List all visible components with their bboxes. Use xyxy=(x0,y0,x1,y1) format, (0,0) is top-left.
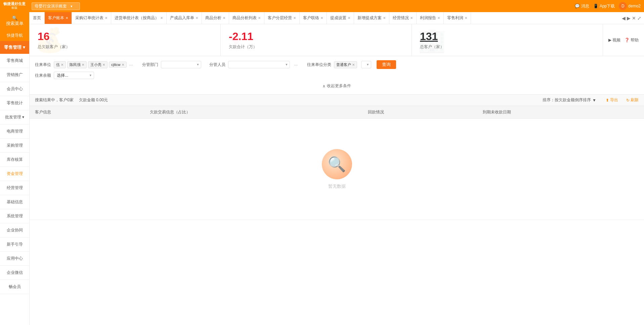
filter-tag-chen[interactable]: 陈民强 ✕ xyxy=(67,61,87,68)
message-button[interactable]: 💬 消息 xyxy=(575,3,589,9)
refresh-icon: ↻ xyxy=(626,98,630,103)
tab-close-icon[interactable]: ✕ xyxy=(66,16,68,20)
filter-tag-wu[interactable]: 伍 ✕ xyxy=(54,61,66,68)
sidebar-item-retail-stats[interactable]: 零售统计 xyxy=(0,96,29,110)
tab-customer-tier[interactable]: 客户分层经营 ✕ xyxy=(264,12,300,24)
tab-expand-icon[interactable]: ⤢ xyxy=(637,15,641,21)
sidebar-item-enterprise-collab[interactable]: 企业协同 xyxy=(0,223,29,238)
tab-customer-contact[interactable]: 客户联络 ✕ xyxy=(300,12,327,24)
sidebar-item-new-guide[interactable]: 新手引导 xyxy=(0,238,29,252)
tab-bar: 首页 客户账本 ✕ 采购订单统计表 ✕ 进货单统计表（按商品） ✕ 产成品入库单… xyxy=(30,12,644,24)
sidebar-item-basic-info[interactable]: 基础信息 xyxy=(0,195,29,209)
refresh-button[interactable]: ↻ 刷新 xyxy=(626,97,639,103)
quick-nav[interactable]: 快捷导航 xyxy=(0,30,29,41)
sidebar-item-ecommerce[interactable]: 电商管理 xyxy=(0,124,29,139)
balance-select[interactable]: 选择... xyxy=(54,72,94,79)
sidebar-item-finance[interactable]: 资金管理 xyxy=(0,167,29,181)
query-button[interactable]: 查询 xyxy=(377,60,396,69)
sidebar-item-inventory[interactable]: 库存核算 xyxy=(0,153,29,167)
tab-retail-profit[interactable]: 零售利润 ✕ xyxy=(444,12,471,24)
tab-close-icon[interactable]: ✕ xyxy=(105,16,108,20)
sidebar-item-retail-mall[interactable]: 零售商城 xyxy=(0,54,29,68)
tab-product-analysis[interactable]: 商品分析 ✕ xyxy=(202,12,229,24)
remove-tag-wu[interactable]: ✕ xyxy=(61,63,63,67)
account-dropdown[interactable]: 母婴行业演示账套 ▼ xyxy=(32,2,80,10)
tab-close-icon[interactable]: ✕ xyxy=(465,16,467,20)
dropdown-chevron-icon: ▼ xyxy=(70,5,73,8)
remove-tag-cjttcw[interactable]: ✕ xyxy=(122,63,124,67)
remove-tag-wang[interactable]: ✕ xyxy=(102,63,105,67)
remove-tag-chen[interactable]: ✕ xyxy=(82,63,84,67)
tab-close-icon[interactable]: ✕ xyxy=(293,16,296,20)
tab-close-icon[interactable]: ✕ xyxy=(383,16,386,20)
export-button[interactable]: ⬆ 导出 xyxy=(606,97,618,103)
sidebar-item-operations[interactable]: 经营管理 xyxy=(0,181,29,195)
tab-close-icon[interactable]: ✕ xyxy=(410,16,413,20)
tab-close-icon[interactable]: ✕ xyxy=(196,16,198,20)
tab-close-icon[interactable]: ✕ xyxy=(223,16,225,20)
sidebar-item-retail-management[interactable]: 零售管理 ▾ xyxy=(0,41,29,54)
filter-area: 往来单位 伍 ✕ 陈民强 ✕ xyxy=(30,56,644,95)
empty-state: 🔍 暂无数据 xyxy=(35,122,639,216)
stats-bar: 💰 16 总欠款客户（家） ✦ -2.11 欠款合计（万） 🏢 131 xyxy=(30,24,644,56)
user-menu[interactable]: D demo2 xyxy=(619,2,641,10)
tab-add-commission[interactable]: 新增提成方案 ✕ xyxy=(354,12,389,24)
balance-filter-label: 往来余额 xyxy=(35,73,51,78)
sidebar-item-enterprise-wechat[interactable]: 企业微信 xyxy=(0,266,29,280)
video-button[interactable]: ▶ 视频 xyxy=(608,37,620,43)
category-tags: 普通客户 ✕ xyxy=(334,61,357,68)
tab-next-icon[interactable]: ▶ xyxy=(627,15,631,21)
app-wrapper: 畅捷通好生意 标版 母婴行业演示账套 ▼ 💬 消息 📱 App下载 D demo… xyxy=(0,0,644,325)
logo-sub: 标版 xyxy=(11,6,17,10)
collapse-button[interactable]: ∧ 收起更多条件 xyxy=(35,82,639,90)
person-input[interactable] xyxy=(228,61,290,68)
filter-tag-cjttcw[interactable]: cjttcw ✕ xyxy=(109,62,127,68)
sidebar-item-purchase[interactable]: 采购管理 xyxy=(0,139,29,153)
chevron-icon: ▾ xyxy=(23,45,25,50)
main-content: 💰 16 总欠款客户（家） ✦ -2.11 欠款合计（万） 🏢 131 xyxy=(30,24,644,325)
person-more-button[interactable]: ··· xyxy=(293,62,299,67)
tab-profit-report[interactable]: 利润报告 ✕ xyxy=(417,12,444,24)
search-icon: 🔍 xyxy=(0,15,29,21)
tab-inbound-stats[interactable]: 进货单统计表（按商品） ✕ xyxy=(111,12,167,24)
filter-tag-category[interactable]: 普通客户 ✕ xyxy=(334,61,357,68)
result-summary: 搜索结果中，客户0家 xyxy=(35,97,74,103)
filter-tag-wang[interactable]: 王小亮 ✕ xyxy=(88,61,108,68)
tab-operations[interactable]: 经营情况 ✕ xyxy=(389,12,417,24)
tab-close-icon[interactable]: ✕ xyxy=(258,16,261,20)
department-select[interactable] xyxy=(161,61,201,68)
sort-button[interactable]: 排序：按欠款金额倒序排序 ▼ xyxy=(543,97,596,103)
tab-close-icon[interactable]: ✕ xyxy=(160,16,163,20)
tab-close-icon[interactable]: ✕ xyxy=(348,16,350,20)
sidebar-item-members[interactable]: 会员中心 xyxy=(0,82,29,96)
tab-commission-settings[interactable]: 提成设置 ✕ xyxy=(327,12,354,24)
tab-purchase-stats[interactable]: 采购订单统计表 ✕ xyxy=(72,12,111,24)
tab-close-icon[interactable]: ✕ xyxy=(320,16,323,20)
help-button[interactable]: ❓ 帮助 xyxy=(625,37,639,43)
filter-tags: 伍 ✕ 陈民强 ✕ 王小亮 ✕ xyxy=(54,61,134,68)
category-select-wrapper xyxy=(361,61,371,68)
unit-filter-label: 往来单位 xyxy=(35,62,51,68)
tab-prev-icon[interactable]: ◀ xyxy=(622,15,626,21)
sidebar-item-wholesale[interactable]: 批发管理 ▾ xyxy=(0,110,29,124)
sidebar-item-app-center[interactable]: 应用中心 xyxy=(0,252,29,266)
sidebar-item-system[interactable]: 系统管理 xyxy=(0,209,29,223)
more-tags-button[interactable]: ··· xyxy=(128,62,134,67)
tab-product-analysis-list[interactable]: 商品分析列表 ✕ xyxy=(229,12,264,24)
tab-close-all-icon[interactable]: ✕ xyxy=(632,15,636,21)
sidebar-search[interactable]: 🔍 搜索菜单 xyxy=(0,12,29,30)
app-download-button[interactable]: 📱 App下载 xyxy=(593,3,615,9)
logo-text: 畅捷通好生意 xyxy=(3,2,26,6)
department-select-wrapper xyxy=(161,61,201,68)
category-select[interactable] xyxy=(361,61,371,68)
sidebar-item-chang-member[interactable]: 畅会员 xyxy=(0,280,29,294)
col-customer-info: 客户信息 xyxy=(30,106,144,119)
stat-value-overdue-amount: -2.11 xyxy=(229,30,403,43)
tab-product-inbound[interactable]: 产成品入库单 ✕ xyxy=(167,12,202,24)
tab-customer-ledger[interactable]: 客户账本 ✕ xyxy=(45,12,72,24)
tab-close-icon[interactable]: ✕ xyxy=(437,16,440,20)
logo: 畅捷通好生意 标版 xyxy=(3,2,26,10)
remove-category-tag[interactable]: ✕ xyxy=(352,63,355,67)
sidebar-item-marketing[interactable]: 营销推广 xyxy=(0,68,29,82)
tab-home[interactable]: 首页 xyxy=(30,12,45,24)
